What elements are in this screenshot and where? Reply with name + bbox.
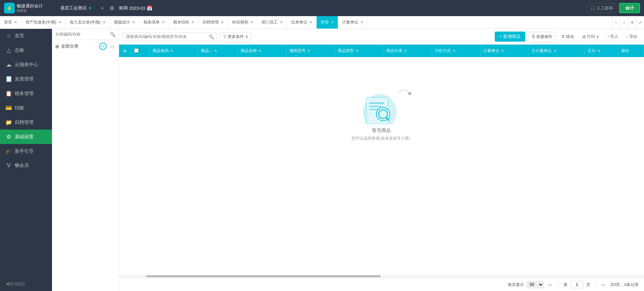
product-search-icon[interactable]: 🔍 (209, 34, 214, 39)
tab-close-template[interactable]: ✕ (132, 20, 135, 25)
sidebar-item-tax[interactable]: 📋 税务管理 (0, 86, 52, 101)
sort-main-unit-icon: ⇅ (554, 49, 556, 53)
tab-inventory[interactable]: 存货 ✕ (317, 16, 338, 29)
more-filter-button[interactable]: ▽ 更多条件 ∨ (220, 32, 252, 41)
tab-subject-init[interactable]: 科目期初 ✕ (228, 16, 258, 29)
th-main-count[interactable]: 主计 ⇅ (585, 45, 618, 57)
tab-nav-buttons: ‹ › ✕ ⤢ (612, 16, 644, 29)
category-header: ⊞ 全部分类 ✎ ◁ (52, 40, 119, 53)
sidebar-unpin-button[interactable]: ◀取消固定 (0, 277, 52, 291)
th-price-method[interactable]: 计价方式 ⇅ (432, 45, 481, 57)
category-search-input[interactable] (55, 32, 108, 37)
th-settings[interactable]: ⚙ (119, 45, 131, 57)
tab-close-balance[interactable]: ✕ (58, 20, 61, 25)
category-actions: ✎ ◁ (99, 43, 115, 50)
empty-title: 暂无商品 (372, 128, 391, 134)
first-page-button[interactable]: ⏮ (546, 281, 554, 288)
tab-close-dept[interactable]: ✕ (280, 20, 283, 25)
konsult-icon: 🎧 (590, 6, 595, 10)
th-code[interactable]: 商品... ⇅ (198, 45, 238, 57)
category-edit-button[interactable]: ✎ (99, 43, 107, 50)
add-tab-button[interactable]: ＋ (98, 4, 106, 12)
horizontal-scrollbar[interactable] (119, 275, 644, 278)
product-search-input[interactable] (126, 34, 207, 39)
scrollbar-thumb[interactable] (146, 275, 381, 277)
tab-close-period[interactable]: ✕ (191, 20, 194, 25)
cloud-icon: ☁ (5, 61, 12, 68)
filter-icon: ▽ (223, 34, 226, 39)
right-content: 🔍 ▽ 更多条件 ∨ + 新增商品 ☰ 批量操作 ⇅ (119, 29, 644, 291)
tab-next-button[interactable]: › (620, 16, 628, 29)
company-selector[interactable]: 基层工会测试 ▼ (58, 4, 95, 12)
th-spec[interactable]: 规格型号 ⇅ (286, 45, 335, 57)
tab-prev-button[interactable]: ‹ (612, 16, 620, 29)
th-checkbox[interactable] (131, 45, 150, 57)
print-button[interactable]: 🖨 打印 ∨ (579, 32, 602, 41)
sidebar-item-reports[interactable]: ☁ 云报表中心 (0, 57, 52, 72)
sidebar-item-close[interactable]: 💳 结账 (0, 101, 52, 115)
per-page-select[interactable]: 50 100 200 (527, 281, 544, 288)
tab-close-subject[interactable]: ✕ (250, 20, 253, 25)
tab-department[interactable]: 部门员工 ✕ (258, 16, 287, 29)
tab-income-sheet[interactable]: 收入支出表(年报) ✕ (66, 16, 110, 29)
guide-icon: 🎓 (5, 148, 12, 154)
per-page-label: 每页显示 (508, 282, 524, 288)
batch-operation-button[interactable]: ☰ 批量操作 (528, 32, 556, 42)
tab-period-close[interactable]: 期末结转 ✕ (169, 16, 199, 29)
prev-page-button[interactable]: ‹ (556, 281, 561, 288)
konsult-button[interactable]: 🎧 人工咨询 (587, 4, 616, 13)
settings-button[interactable]: ⚙ (108, 4, 116, 12)
sidebar-item-home[interactable]: ⌂ 首页 (0, 29, 52, 43)
sidebar-item-vip[interactable]: V 畅会员 (0, 158, 52, 173)
category-collapse-button[interactable]: ◁ (108, 43, 115, 50)
tab-tax-list[interactable]: 税表清单 ✕ (140, 16, 169, 29)
tab-close-homepage[interactable]: ✕ (14, 20, 17, 25)
tab-close-unit[interactable]: ✕ (360, 20, 363, 25)
tab-close-archive[interactable]: ✕ (221, 20, 224, 25)
sidebar-item-ledger[interactable]: △ 总账 (0, 43, 52, 57)
tax-icon: 📋 (5, 90, 12, 97)
calendar-icon[interactable]: 📅 (147, 5, 152, 11)
tab-close-income[interactable]: ✕ (103, 20, 106, 25)
tab-archive[interactable]: 归档管理 ✕ (199, 16, 228, 29)
page-label: 第 (564, 282, 568, 288)
th-type[interactable]: 商品类型 ⇅ (335, 45, 384, 57)
tab-close-tax[interactable]: ✕ (162, 20, 165, 25)
tab-close-inventory[interactable]: ✕ (331, 20, 334, 25)
th-barcode[interactable]: 商品条码 ⇅ (150, 45, 198, 57)
select-all-checkbox[interactable] (134, 48, 139, 53)
tab-homepage[interactable]: 首页 ✕ (0, 16, 21, 29)
sidebar-item-invoice[interactable]: 🧾 发票管理 (0, 72, 52, 86)
page-number-input[interactable] (570, 281, 584, 288)
sidebar-item-guide[interactable]: 🎓 新手引导 (0, 144, 52, 158)
app-logo-text: 畅捷通好会计 旗舰版 (17, 3, 43, 13)
pagination-bar: 每页显示 50 100 200 ⏮ ‹ 第 页 › ⏭ 共0页，0条记录 (119, 278, 644, 291)
tab-close-all-button[interactable]: ✕ (628, 16, 636, 29)
add-product-button[interactable]: + 新增商品 (495, 32, 525, 42)
sort-unit-icon: ⇅ (501, 49, 504, 53)
th-unit[interactable]: 计量单位 ⇅ (480, 45, 529, 57)
th-main-unit[interactable]: 主计量单位 ⇅ (529, 45, 585, 57)
tab-close-contacts[interactable]: ✕ (309, 20, 312, 25)
kuaiji-button[interactable]: 会计 (619, 3, 640, 13)
sidebar-item-basic[interactable]: ⚙ 基础设置 (0, 130, 52, 144)
tab-expand-button[interactable]: ⤢ (636, 16, 644, 29)
last-page-button[interactable]: ⏭ (600, 281, 607, 288)
tab-unit[interactable]: 计量单位 ✕ (338, 16, 368, 29)
next-page-button[interactable]: › (593, 281, 597, 288)
header-actions: 🎧 人工咨询 会计 (587, 3, 640, 13)
move-button[interactable]: ⇅ 移动 (559, 32, 577, 41)
tab-balance-sheet[interactable]: 资产负债表(中期) ✕ (21, 16, 66, 29)
sidebar-item-archive[interactable]: 📁 归档管理 (0, 115, 52, 130)
empty-desc: 您可以选择新增,或者直接导入哦~ (352, 136, 411, 141)
import-button[interactable]: ↑ 导入 (604, 32, 621, 41)
tab-contacts[interactable]: 往来单位 ✕ (287, 16, 317, 29)
export-button[interactable]: ↓ 导出 (624, 32, 640, 41)
main-layout: ⌂ 首页 △ 总账 ☁ 云报表中心 🧾 发票管理 📋 税务管理 💳 结账 📁 归… (0, 29, 644, 291)
export-icon: ↓ (626, 34, 628, 39)
svg-marker-8 (408, 91, 412, 95)
tab-template[interactable]: 模版设计 ✕ (110, 16, 140, 29)
th-category[interactable]: 商品分类 ⇅ (383, 45, 432, 57)
th-name[interactable]: 商品名称 ⇅ (238, 45, 287, 57)
category-search-icon[interactable]: 🔍 (110, 32, 115, 37)
